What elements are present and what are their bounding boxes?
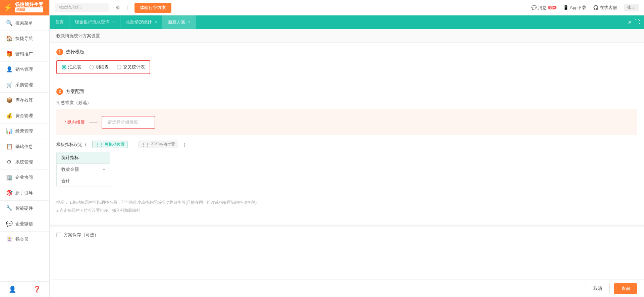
dimension-area: * 纵向维度 —— 请选择分组维度 bbox=[56, 109, 637, 135]
avatar-icon[interactable]: 👤 bbox=[9, 286, 16, 293]
tab-expand-icon[interactable]: ⛶ bbox=[635, 19, 640, 25]
tab-cashflow-close[interactable]: × bbox=[112, 20, 115, 24]
sidebar-item-wechat[interactable]: 💬 企业微信 bbox=[0, 216, 49, 232]
page-title: 收款情况统计方案设置 bbox=[50, 29, 644, 43]
cart-icon: 🛒 bbox=[6, 82, 12, 88]
not-draggable-label: 不可拖动位置 bbox=[151, 142, 175, 147]
sidebar-item-label: 资金管理 bbox=[15, 113, 33, 119]
tip-1: 提示： 1.拖动标题栏可以调整布局，不可跨维度或指标区域拖动栏目字段(只能在同一… bbox=[56, 198, 637, 206]
sidebar-logo: ⚡ 畅捷通好生意 标准版 bbox=[0, 0, 49, 15]
box-icon: 📦 bbox=[6, 97, 12, 103]
radio-summary-label: 汇总表 bbox=[68, 64, 81, 70]
gift-icon: 🎁 bbox=[6, 51, 12, 57]
content-inner: 收款情况统计方案设置 1 选择模板 汇总表 明细表 bbox=[50, 29, 644, 280]
metrics-title: 模板指标设定（ ⋮⋮ 可拖动位置 ⋮⋮ 不可拖动位置 ） bbox=[56, 141, 637, 148]
help-icon[interactable]: ❓ bbox=[33, 286, 41, 293]
sidebar-item-corp[interactable]: 🏢 企业协同 bbox=[0, 170, 49, 185]
tool-icon: 🔧 bbox=[6, 205, 12, 211]
radio-cross[interactable]: 交叉统计表 bbox=[117, 64, 145, 70]
settings-icon[interactable]: ⚙ bbox=[115, 4, 120, 11]
sidebar-item-label: 智能硬件 bbox=[15, 205, 33, 211]
radio-detail[interactable]: 明细表 bbox=[89, 64, 109, 70]
metrics-header-label: 统计指标 bbox=[61, 155, 79, 160]
doc-icon: 📋 bbox=[6, 143, 12, 150]
cancel-button[interactable]: 取消 bbox=[586, 283, 610, 294]
sidebar-item-member[interactable]: 🃏 畅会员 bbox=[0, 232, 49, 247]
metrics-table: 统计指标 收款金额 ▾ 合计 bbox=[56, 152, 110, 187]
tips: 提示： 1.拖动标题栏可以调整布局，不可跨维度或指标区域拖动栏目字段(只能在同一… bbox=[56, 194, 637, 218]
tabbar-actions: ✕ ⛶ bbox=[624, 15, 644, 29]
sidebar-item-purchase[interactable]: 🛒 采购管理 bbox=[0, 77, 49, 93]
radio-summary-circle bbox=[62, 65, 66, 69]
dim-select-placeholder: 请选择分组维度 bbox=[108, 119, 138, 125]
trial-button[interactable]: 体验行业方案 bbox=[135, 3, 171, 13]
sidebar-item-label: 快捷导航 bbox=[15, 36, 33, 42]
tabbar: 首页 现金银行流水查询 × 收款情况统计 × 新建方案 × ✕ ⛶ bbox=[50, 15, 644, 29]
sidebar-item-label: 搜索菜单 bbox=[15, 20, 33, 26]
sidebar-item-label: 畅会员 bbox=[15, 236, 29, 242]
user-icon: 👤 bbox=[6, 66, 12, 72]
sidebar-item-hardware[interactable]: 🔧 智能硬件 bbox=[0, 201, 49, 216]
tab-new-plan-label: 新建方案 bbox=[168, 19, 185, 25]
money-icon: 💰 bbox=[6, 112, 12, 119]
tab-cashflow-label: 现金银行流水查询 bbox=[75, 19, 110, 25]
sidebar-item-capital[interactable]: 💰 资金管理 bbox=[0, 108, 49, 123]
radio-detail-circle bbox=[89, 65, 94, 69]
sidebar-item-label: 企业微信 bbox=[15, 221, 33, 227]
user-info[interactable]: 张三 bbox=[624, 4, 639, 11]
tab-close-all-icon[interactable]: ✕ bbox=[628, 19, 632, 26]
message-label: 消息 bbox=[538, 5, 547, 11]
topbar: 收款情况统计 ⚙ | 体验行业方案 💬 消息 99+ 📱 App下载 🎧 在线客… bbox=[50, 0, 644, 15]
footer: 取消 查询 bbox=[50, 280, 644, 297]
query-button[interactable]: 查询 bbox=[614, 283, 637, 294]
sidebar-item-label: 系统管理 bbox=[15, 159, 33, 165]
chart-icon: 📊 bbox=[6, 128, 12, 134]
radio-summary[interactable]: 汇总表 bbox=[62, 64, 81, 70]
sidebar-item-guide[interactable]: 🎯 新手引导 bbox=[0, 185, 49, 201]
sidebar-item-label: 销售管理 bbox=[15, 66, 33, 72]
service-button[interactable]: 🎧 在线客服 bbox=[593, 5, 617, 11]
sidebar-item-operation[interactable]: 📊 经营管理 bbox=[0, 123, 49, 139]
step2-section: 2 方案配置 汇总维度（必选） * 纵向维度 —— 请选择分组维度 bbox=[50, 82, 644, 225]
home-icon: 🏠 bbox=[6, 35, 12, 42]
sidebar-item-base[interactable]: 📋 基础信息 bbox=[0, 139, 49, 154]
logo-badge: 标准版 bbox=[15, 7, 43, 12]
tab-new-plan[interactable]: 新建方案 × bbox=[163, 15, 196, 29]
sidebar-item-sales[interactable]: 👤 销售管理 bbox=[0, 62, 49, 77]
service-label: 在线客服 bbox=[600, 5, 617, 11]
sidebar-item-inventory[interactable]: 📦 库存核算 bbox=[0, 93, 49, 108]
search-icon: 🔍 bbox=[6, 20, 12, 26]
tab-receipt-stats[interactable]: 收款情况统计 × bbox=[120, 15, 163, 29]
download-icon: 📱 bbox=[563, 5, 569, 10]
sidebar-item-marketing[interactable]: 🎁 营销推广 bbox=[0, 46, 49, 62]
sidebar-item-search[interactable]: 🔍 搜索菜单 bbox=[0, 15, 49, 31]
step1-num: 1 bbox=[56, 49, 63, 55]
step1-title: 1 选择模板 bbox=[56, 49, 637, 55]
target-icon: 🎯 bbox=[6, 190, 12, 196]
tab-home-label: 首页 bbox=[55, 19, 64, 25]
template-options: 汇总表 明细表 交叉统计表 bbox=[56, 60, 150, 74]
sidebar-footer: 👤 ❓ bbox=[0, 281, 49, 297]
dropdown-icon-0[interactable]: ▾ bbox=[103, 167, 105, 172]
download-button[interactable]: 📱 App下载 bbox=[563, 5, 586, 11]
step1-label: 选择模板 bbox=[66, 49, 85, 55]
no-drag-indicator: ⋮⋮ bbox=[142, 142, 150, 147]
tab-receipt-close[interactable]: × bbox=[155, 20, 157, 24]
tab-new-plan-close[interactable]: × bbox=[188, 20, 191, 24]
chat-icon: 💬 bbox=[6, 220, 12, 227]
metrics-row-1: 合计 bbox=[57, 175, 110, 187]
sidebar-item-label: 新手引导 bbox=[15, 190, 33, 196]
sidebar-item-system[interactable]: ⚙ 系统管理 bbox=[0, 154, 49, 170]
save-checkbox[interactable] bbox=[56, 233, 61, 237]
tab-cashflow[interactable]: 现金银行流水查询 × bbox=[69, 15, 120, 29]
metrics-row-0[interactable]: 收款金额 ▾ bbox=[57, 164, 110, 175]
tab-home[interactable]: 首页 bbox=[50, 15, 69, 29]
content-area: 收款情况统计方案设置 1 选择模板 汇总表 明细表 bbox=[50, 29, 644, 280]
message-button[interactable]: 💬 消息 99+ bbox=[531, 5, 556, 11]
sidebar-item-label: 基础信息 bbox=[15, 144, 33, 150]
sidebar-item-quick-nav[interactable]: 🏠 快捷导航 bbox=[0, 31, 49, 46]
metrics-title-text: 模板指标设定（ bbox=[56, 142, 87, 148]
step1-section: 1 选择模板 汇总表 明细表 交叉统计表 bbox=[50, 43, 644, 80]
dim-select[interactable]: 请选择分组维度 bbox=[102, 116, 155, 129]
draggable-label: 可拖动位置 bbox=[105, 142, 125, 147]
